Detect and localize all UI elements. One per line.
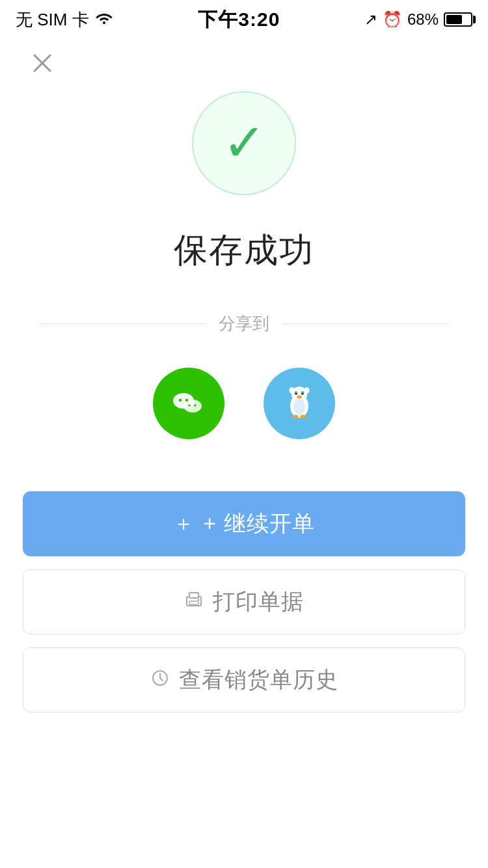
- close-icon: [31, 51, 54, 75]
- share-label: 分享到: [219, 312, 269, 335]
- status-left: 无 SIM 卡: [16, 8, 114, 31]
- svg-point-7: [194, 404, 197, 407]
- success-title: 保存成功: [174, 228, 314, 273]
- battery-percent: 68%: [407, 10, 439, 29]
- success-circle: ✓: [192, 91, 296, 195]
- print-label: 打印单据: [213, 587, 304, 617]
- history-label: 查看销货单历史: [179, 665, 338, 695]
- battery-icon: [444, 12, 472, 27]
- print-button[interactable]: 打印单据: [23, 569, 465, 634]
- alarm-icon: ⏰: [383, 10, 402, 29]
- svg-rect-22: [189, 601, 198, 604]
- svg-point-19: [305, 387, 310, 394]
- svg-point-14: [297, 396, 302, 399]
- status-right: ↗ ⏰ 68%: [364, 10, 472, 29]
- history-icon: [150, 668, 170, 692]
- continue-order-button[interactable]: ＋ + 继续开单: [23, 491, 465, 556]
- checkmark-icon: ✓: [223, 117, 266, 169]
- svg-point-5: [185, 399, 188, 401]
- close-button[interactable]: [26, 47, 59, 79]
- action-buttons: ＋ + 继续开单 打印单据 查看销货单历史: [23, 491, 465, 712]
- print-icon: [184, 590, 204, 614]
- qq-share-button[interactable]: [264, 368, 335, 439]
- carrier-text: 无 SIM 卡: [16, 8, 89, 31]
- divider-left: [39, 323, 206, 324]
- plus-icon: ＋: [173, 509, 194, 538]
- svg-point-13: [302, 393, 304, 395]
- history-button[interactable]: 查看销货单历史: [23, 647, 465, 712]
- svg-point-18: [290, 387, 295, 394]
- qq-icon: [278, 383, 320, 424]
- status-bar: 无 SIM 卡 下午3:20 ↗ ⏰ 68%: [0, 0, 488, 39]
- wechat-icon: [168, 383, 210, 424]
- share-divider: 分享到: [0, 312, 488, 335]
- svg-point-4: [179, 399, 182, 401]
- main-content: ✓ 保存成功 分享到: [0, 39, 488, 712]
- continue-order-label: + 继续开单: [203, 509, 314, 539]
- svg-point-11: [295, 393, 297, 395]
- location-icon: ↗: [364, 10, 377, 29]
- share-icons: [153, 368, 335, 439]
- wechat-share-button[interactable]: [153, 368, 224, 439]
- wifi-icon: [94, 10, 114, 30]
- svg-point-6: [188, 404, 191, 407]
- divider-right: [282, 323, 449, 324]
- svg-point-17: [300, 415, 306, 418]
- svg-point-23: [198, 599, 200, 601]
- status-time: 下午3:20: [198, 7, 280, 33]
- svg-point-16: [292, 415, 299, 418]
- svg-point-15: [293, 399, 305, 414]
- svg-rect-21: [189, 593, 198, 598]
